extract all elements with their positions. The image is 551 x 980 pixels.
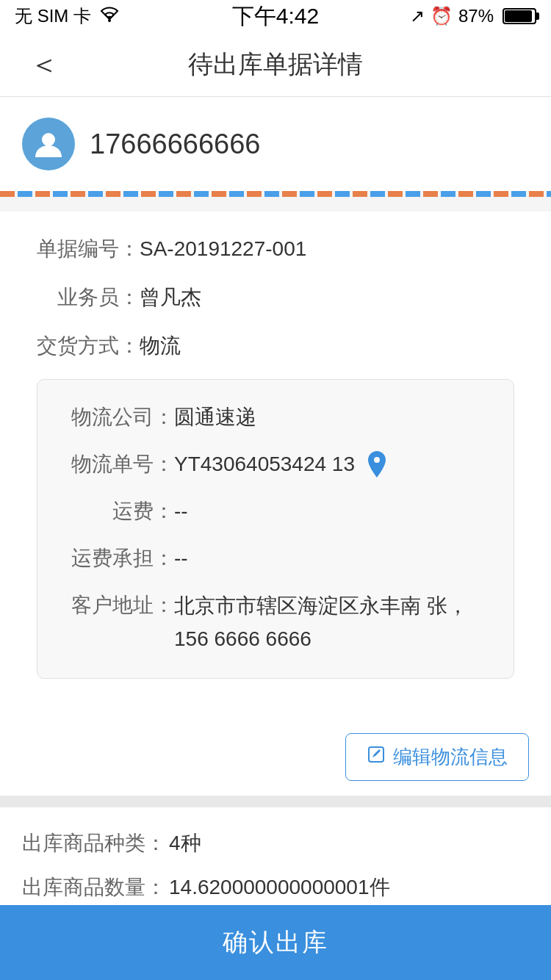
dashed-divider <box>0 191 551 197</box>
status-right: ↗ ⏰ 87% <box>410 6 536 26</box>
logistics-tracking-row: 物流单号： YT43064053424 13 <box>57 449 494 480</box>
goods-type-label: 出库商品种类： <box>22 829 169 857</box>
edit-icon <box>367 745 386 769</box>
order-number-row: 单据编号： SA-20191227-001 <box>22 234 529 264</box>
freight-bearer-label: 运费承担： <box>57 543 174 574</box>
status-left: 无 SIM 卡 <box>15 4 120 28</box>
order-info-section: 单据编号： SA-20191227-001 业务员： 曾凡杰 交货方式： 物流 … <box>0 212 551 718</box>
back-button[interactable]: ＜ <box>22 37 66 92</box>
address-row: 客户地址： 北京市市辖区海淀区永丰南 张，156 6666 6666 <box>57 590 494 656</box>
freight-bearer-row: 运费承担： -- <box>57 543 494 574</box>
goods-type-value: 4种 <box>169 829 201 857</box>
avatar <box>22 118 75 170</box>
delivery-row: 交货方式： 物流 <box>22 331 529 361</box>
logistics-company-label: 物流公司： <box>57 402 174 433</box>
edit-logistics-label: 编辑物流信息 <box>393 744 508 770</box>
svg-point-1 <box>42 133 55 146</box>
edit-logistics-button[interactable]: 编辑物流信息 <box>345 733 529 781</box>
address-label: 客户地址： <box>57 590 174 621</box>
sales-value: 曾凡杰 <box>140 282 529 313</box>
order-number-value: SA-20191227-001 <box>140 234 529 264</box>
goods-quantity-row: 出库商品数量： 14.620000000000001件 <box>22 873 529 901</box>
page-title: 待出库单据详情 <box>188 48 363 82</box>
goods-type-row: 出库商品种类： 4种 <box>22 829 529 857</box>
freight-row: 运费： -- <box>57 496 494 527</box>
svg-point-0 <box>108 19 111 22</box>
status-bar: 无 SIM 卡 下午4:42 ↗ ⏰ 87% <box>0 0 551 32</box>
confirm-btn-wrap: 确认出库 <box>0 905 551 980</box>
freight-bearer-value: -- <box>174 543 494 574</box>
battery-icon <box>503 8 536 24</box>
sales-row: 业务员： 曾凡杰 <box>22 282 529 313</box>
confirm-outbound-button[interactable]: 确认出库 <box>223 926 328 959</box>
nav-bar: ＜ 待出库单据详情 <box>0 32 551 97</box>
battery-text: 87% <box>458 6 494 26</box>
carrier-text: 无 SIM 卡 <box>15 4 91 28</box>
address-value: 北京市市辖区海淀区永丰南 张，156 6666 6666 <box>174 590 494 656</box>
alarm-icon: ⏰ <box>431 6 453 26</box>
freight-label: 运费： <box>57 496 174 527</box>
section-separator <box>0 796 551 807</box>
wifi-icon <box>98 6 120 26</box>
customer-header: 17666666666 <box>0 97 551 191</box>
status-time: 下午4:42 <box>232 1 319 32</box>
logistics-company-value: 圆通速递 <box>174 402 494 433</box>
logistics-tracking-label: 物流单号： <box>57 449 174 480</box>
logistics-company-row: 物流公司： 圆通速递 <box>57 402 494 433</box>
goods-quantity-value: 14.620000000000001件 <box>169 873 390 901</box>
logistics-section: 物流公司： 圆通速递 物流单号： YT43064053424 13 运费： -- <box>37 379 514 679</box>
delivery-label: 交货方式： <box>22 331 140 361</box>
order-number-label: 单据编号： <box>22 234 140 264</box>
sales-label: 业务员： <box>22 282 140 313</box>
freight-value: -- <box>174 496 494 527</box>
location-pin-icon[interactable] <box>365 451 389 478</box>
logistics-tracking-value: YT43064053424 13 <box>174 449 494 480</box>
customer-phone: 17666666666 <box>90 129 260 160</box>
location-status-icon: ↗ <box>410 6 425 26</box>
goods-quantity-label: 出库商品数量： <box>22 873 169 901</box>
delivery-value: 物流 <box>140 331 529 361</box>
edit-btn-area: 编辑物流信息 <box>0 718 551 796</box>
